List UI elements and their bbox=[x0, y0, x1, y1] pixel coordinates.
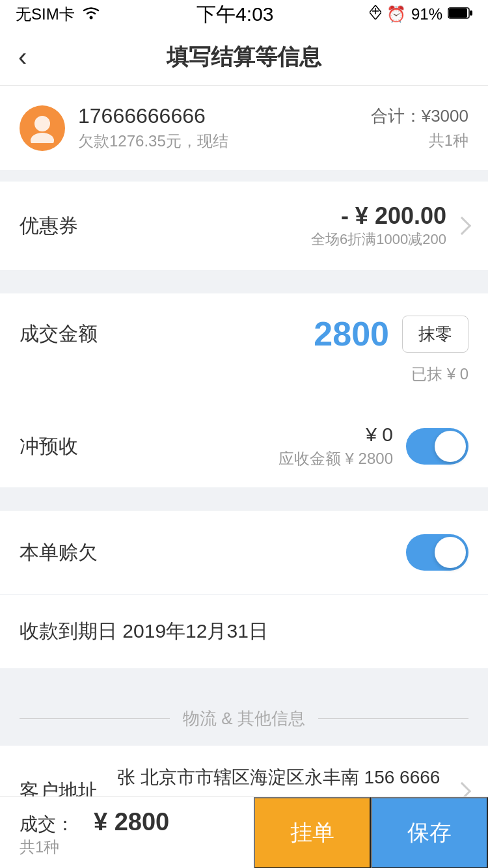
customer-details: 17666666666 欠款1276.35元，现结 bbox=[78, 104, 228, 152]
svg-rect-3 bbox=[449, 8, 467, 18]
duedate-row: 收款到期日 2019年12月31日 bbox=[0, 594, 488, 668]
coupon-value-group: - ¥ 200.00 全场6折满1000减200 bbox=[311, 202, 446, 249]
total-amount-value: ¥3000 bbox=[422, 106, 468, 126]
separator-3 bbox=[0, 680, 488, 692]
svg-point-5 bbox=[31, 133, 54, 143]
page-title: 填写结算等信息 bbox=[167, 42, 321, 72]
duedate-label: 收款到期日 bbox=[20, 620, 117, 642]
total-count: 共1种 bbox=[371, 130, 468, 151]
logistics-divider: 物流 & 其他信息 bbox=[0, 692, 488, 746]
coupon-row[interactable]: 优惠券 - ¥ 200.00 全场6折满1000减200 bbox=[0, 182, 488, 270]
logistics-divider-text: 物流 & 其他信息 bbox=[183, 707, 305, 730]
battery-icon bbox=[448, 5, 472, 23]
battery-text: 91% bbox=[411, 5, 442, 23]
svg-point-4 bbox=[34, 116, 50, 131]
nav-bar: ‹ 填写结算等信息 bbox=[0, 29, 488, 86]
svg-point-0 bbox=[89, 16, 92, 20]
bottom-deal-count: 共1种 bbox=[20, 837, 234, 858]
debt-toggle[interactable] bbox=[406, 534, 468, 571]
debt-toggle-knob bbox=[435, 537, 466, 568]
wifi-icon bbox=[81, 5, 101, 23]
status-bar: 无SIM卡 下午4:03 ⏰ 91% bbox=[0, 0, 488, 29]
amount-label: 成交金额 bbox=[20, 321, 98, 347]
customer-info-row: 17666666666 欠款1276.35元，现结 合计：¥3000 共1种 bbox=[0, 86, 488, 170]
status-time: 下午4:03 bbox=[197, 1, 273, 28]
prepay-label: 冲预收 bbox=[20, 433, 78, 460]
bottom-deal-label: 成交：¥ 2800 bbox=[20, 808, 234, 837]
prepay-row: 冲预收 ¥ 0 应收金额 ¥ 2800 bbox=[0, 405, 488, 487]
prepay-toggle[interactable] bbox=[406, 428, 468, 465]
deal-label-text: 成交： bbox=[20, 814, 74, 834]
prepay-right: ¥ 0 应收金额 ¥ 2800 bbox=[278, 424, 468, 469]
chevron-right-icon bbox=[453, 217, 471, 235]
bottom-summary: 成交：¥ 2800 共1种 bbox=[0, 808, 254, 858]
bottom-deal-amount: ¥ 2800 bbox=[74, 808, 189, 835]
amount-number: 2800 bbox=[314, 314, 389, 353]
back-button[interactable]: ‹ bbox=[18, 42, 27, 72]
svg-rect-2 bbox=[470, 10, 472, 16]
divider-line-right bbox=[318, 718, 468, 719]
content: 17666666666 欠款1276.35元，现结 合计：¥3000 共1种 优… bbox=[0, 86, 488, 868]
debt-label: 本单赊欠 bbox=[20, 539, 98, 566]
separator-1 bbox=[0, 282, 488, 293]
amount-row: 成交金额 2800 抹零 bbox=[20, 314, 468, 353]
coupon-amount: - ¥ 200.00 bbox=[311, 202, 446, 230]
customer-phone: 17666666666 bbox=[78, 104, 228, 128]
customer-left: 17666666666 欠款1276.35元，现结 bbox=[20, 104, 228, 152]
round-button[interactable]: 抹零 bbox=[402, 316, 468, 353]
status-right: ⏰ 91% bbox=[370, 5, 472, 23]
prepay-value-group: ¥ 0 应收金额 ¥ 2800 bbox=[278, 424, 393, 469]
amount-value-group: 2800 抹零 bbox=[314, 314, 468, 353]
separator-2 bbox=[0, 499, 488, 511]
location-icon bbox=[370, 5, 381, 23]
duedate-value: 2019年12月31日 bbox=[122, 620, 267, 642]
coupon-desc: 全场6折满1000减200 bbox=[311, 230, 446, 249]
debt-row: 本单赊欠 bbox=[0, 511, 488, 594]
amount-section: 成交金额 2800 抹零 已抹 ¥ 0 bbox=[0, 293, 488, 405]
divider-line-left bbox=[20, 718, 170, 719]
total-label-text: 合计：¥3000 bbox=[371, 105, 468, 128]
prepay-amount: ¥ 0 bbox=[278, 424, 393, 446]
hang-button[interactable]: 挂单 bbox=[254, 797, 371, 869]
toggle-knob bbox=[435, 431, 466, 462]
customer-sub: 欠款1276.35元，现结 bbox=[78, 131, 228, 152]
status-left: 无SIM卡 bbox=[16, 4, 101, 25]
coupon-right: - ¥ 200.00 全场6折满1000减200 bbox=[311, 202, 468, 249]
prepay-receivable: 应收金额 ¥ 2800 bbox=[278, 448, 393, 469]
avatar bbox=[20, 105, 65, 151]
already-offset: 已抹 ¥ 0 bbox=[20, 364, 468, 385]
sim-status: 无SIM卡 bbox=[16, 4, 75, 25]
coupon-label: 优惠券 bbox=[20, 213, 78, 239]
customer-total: 合计：¥3000 共1种 bbox=[371, 105, 468, 151]
alarm-icon: ⏰ bbox=[386, 5, 406, 23]
bottom-bar: 成交：¥ 2800 共1种 挂单 保存 bbox=[0, 796, 488, 868]
save-button[interactable]: 保存 bbox=[371, 797, 488, 869]
